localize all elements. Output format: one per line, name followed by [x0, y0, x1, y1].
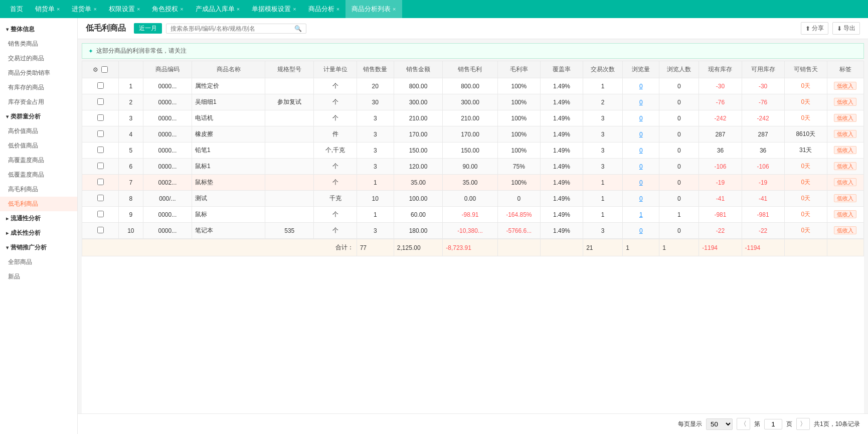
col-gross-rate[interactable]: 毛利率: [497, 61, 540, 78]
row-checkbox[interactable]: [97, 227, 104, 233]
close-icon[interactable]: ×: [57, 6, 60, 12]
sidebar-item-高价值商品[interactable]: 高价值商品: [0, 124, 77, 138]
col-name[interactable]: 商品名称: [192, 61, 265, 78]
nav-item-销货单[interactable]: 销货单×: [29, 0, 66, 18]
sidebar-group-整体信息[interactable]: ▾整体信息: [0, 22, 77, 37]
close-icon[interactable]: ×: [293, 6, 296, 12]
sidebar-group-成长性分析[interactable]: ▸成长性分析: [0, 226, 77, 240]
sidebar-item-商品分类助销率[interactable]: 商品分类助销率: [0, 66, 77, 80]
sidebar: ▾整体信息销售类商品交易过的商品商品分类助销率有库存的商品库存资金占用▾类群童分…: [0, 18, 78, 434]
row-sales-price: 120.00: [394, 159, 442, 175]
row-browse1[interactable]: 0: [623, 78, 659, 94]
sidebar-item-低价值商品[interactable]: 低价值商品: [0, 138, 77, 153]
row-code: 0000...: [143, 110, 192, 126]
row-transaction: 3: [583, 159, 623, 175]
row-sales-price: 100.00: [394, 191, 442, 207]
nav-item-产成品入库单[interactable]: 产成品入库单×: [190, 0, 246, 18]
tag-badge: 低收入: [834, 114, 856, 122]
page-input[interactable]: [764, 419, 782, 429]
nav-item-首页[interactable]: 首页: [4, 0, 29, 18]
row-checkbox[interactable]: [97, 130, 104, 137]
sidebar-group-类群童分析[interactable]: ▾类群童分析: [0, 109, 77, 124]
col-sales-price[interactable]: 销售金额: [394, 61, 442, 78]
row-coverage: 1.49%: [540, 223, 583, 239]
col-settings[interactable]: ⚙: [82, 61, 119, 78]
close-icon[interactable]: ×: [180, 6, 183, 12]
col-tag[interactable]: 标签: [827, 61, 863, 78]
select-all-checkbox[interactable]: [101, 66, 108, 73]
row-checkbox[interactable]: [97, 195, 104, 201]
col-unit[interactable]: 计量单位: [314, 61, 357, 78]
period-button[interactable]: 近一月: [134, 23, 162, 34]
col-code[interactable]: 商品编码: [143, 61, 192, 78]
row-tag: 低收入: [827, 94, 863, 110]
row-browse1[interactable]: 0: [623, 126, 659, 142]
sidebar-item-交易过的商品[interactable]: 交易过的商品: [0, 51, 77, 66]
row-available: -41: [742, 191, 784, 207]
row-browse1[interactable]: 1: [623, 207, 659, 223]
close-icon[interactable]: ×: [237, 6, 240, 12]
row-checkbox[interactable]: [97, 98, 104, 105]
share-button[interactable]: ⬆ 分享: [801, 22, 828, 35]
col-sales-qty[interactable]: 销售数量: [357, 61, 394, 78]
sidebar-group-流通性分析[interactable]: ▸流通性分析: [0, 211, 77, 226]
row-checkbox[interactable]: [97, 163, 104, 169]
nav-item-商品分析列表[interactable]: 商品分析列表×: [345, 0, 402, 18]
col-available[interactable]: 可用库存: [742, 61, 784, 78]
col-saleable[interactable]: 可销售天: [784, 61, 827, 78]
nav-item-权限设置[interactable]: 权限设置×: [103, 0, 146, 18]
row-browse2: 0: [659, 159, 699, 175]
row-browse1[interactable]: 0: [623, 142, 659, 159]
search-icon[interactable]: 🔍: [294, 25, 302, 32]
row-browse1[interactable]: 0: [623, 94, 659, 110]
col-spec[interactable]: 规格型号: [265, 61, 314, 78]
nav-item-进货单[interactable]: 进货单×: [66, 0, 102, 18]
row-checkbox[interactable]: [97, 211, 104, 217]
row-spec: [265, 142, 314, 159]
col-transaction[interactable]: 交易次数: [583, 61, 623, 78]
row-settings: [82, 175, 119, 191]
sidebar-item-低覆盖度商品[interactable]: 低覆盖度商品: [0, 168, 77, 182]
per-page-select[interactable]: 50 100 200: [706, 418, 733, 430]
next-page-button[interactable]: 〉: [796, 418, 810, 430]
row-available: -106: [742, 159, 784, 175]
row-browse1[interactable]: 0: [623, 175, 659, 191]
prev-page-button[interactable]: 〈: [737, 418, 750, 430]
sidebar-item-全部商品[interactable]: 全部商品: [0, 255, 77, 269]
row-coverage: 1.49%: [540, 94, 583, 110]
nav-item-角色授权[interactable]: 角色授权×: [146, 0, 189, 18]
sidebar-item-销售类商品[interactable]: 销售类商品: [0, 37, 77, 51]
row-checkbox[interactable]: [97, 82, 104, 89]
nav-item-商品分析[interactable]: 商品分析×: [302, 0, 345, 18]
row-browse1[interactable]: 0: [623, 110, 659, 126]
sidebar-item-高毛利商品[interactable]: 高毛利商品: [0, 182, 77, 197]
col-browse1[interactable]: 浏览量: [623, 61, 659, 78]
sidebar-item-新品[interactable]: 新品: [0, 269, 77, 284]
sidebar-item-库存资金占用[interactable]: 库存资金占用: [0, 95, 77, 109]
sidebar-group-营销推广分析[interactable]: ▾营销推广分析: [0, 240, 77, 255]
row-browse1[interactable]: 0: [623, 191, 659, 207]
col-sales-profit[interactable]: 销售毛利: [443, 61, 498, 78]
sidebar-item-高覆盖度商品[interactable]: 高覆盖度商品: [0, 153, 77, 168]
close-icon[interactable]: ×: [93, 6, 96, 12]
row-checkbox[interactable]: [97, 179, 104, 185]
export-button[interactable]: ⬇ 导出: [832, 22, 860, 35]
settings-icon[interactable]: ⚙: [93, 66, 98, 73]
row-unit: 个: [314, 94, 357, 110]
row-checkbox[interactable]: [97, 147, 104, 153]
nav-item-单据模板设置[interactable]: 单据模板设置×: [246, 0, 302, 18]
row-checkbox[interactable]: [97, 114, 104, 121]
row-browse1[interactable]: 0: [623, 223, 659, 239]
row-browse1[interactable]: 0: [623, 159, 659, 175]
sidebar-item-有库存的商品[interactable]: 有库存的商品: [0, 80, 77, 95]
sidebar-item-低毛利商品[interactable]: 低毛利商品: [0, 197, 77, 211]
col-current-stock[interactable]: 现有库存: [699, 61, 742, 78]
row-no: 8: [119, 191, 143, 207]
col-coverage[interactable]: 覆盖率: [540, 61, 583, 78]
col-browse2[interactable]: 浏览人数: [659, 61, 699, 78]
close-icon[interactable]: ×: [137, 6, 140, 12]
search-input[interactable]: [170, 25, 292, 32]
close-icon[interactable]: ×: [393, 6, 396, 12]
table-container[interactable]: ⚙商品编码商品名称规格型号计量单位销售数量销售金额销售毛利毛利率覆盖率交易次数浏…: [82, 61, 864, 413]
close-icon[interactable]: ×: [336, 6, 339, 12]
